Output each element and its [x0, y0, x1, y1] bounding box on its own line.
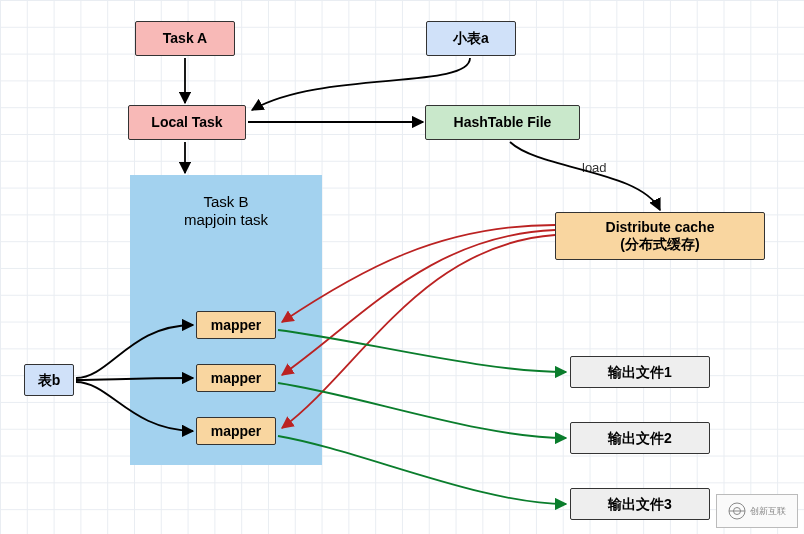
node-output-2: 输出文件2 [570, 422, 710, 454]
edge-label-load: load [582, 160, 607, 175]
task-b-subtitle: mapjoin task [184, 211, 268, 229]
edge-dcache-mapper3 [282, 235, 555, 428]
node-mapper-2: mapper [196, 364, 276, 392]
edge-smallTable-localTask [252, 58, 470, 110]
node-mapper-1: mapper [196, 311, 276, 339]
node-table-b: 表b [24, 364, 74, 396]
edge-dcache-mapper2 [282, 230, 555, 375]
dcache-line2: (分布式缓存) [620, 236, 699, 253]
task-b-title: Task B [203, 193, 248, 211]
node-distribute-cache: Distribute cache (分布式缓存) [555, 212, 765, 260]
node-output-1: 输出文件1 [570, 356, 710, 388]
node-small-table: 小表a [426, 21, 516, 56]
node-local-task: Local Task [128, 105, 246, 140]
node-output-3: 输出文件3 [570, 488, 710, 520]
node-hashtable-file: HashTable File [425, 105, 580, 140]
dcache-line1: Distribute cache [606, 219, 715, 236]
watermark-text: 创新互联 [750, 505, 786, 518]
watermark-icon [728, 502, 746, 520]
edge-dcache-mapper1 [282, 225, 555, 322]
node-task-a: Task A [135, 21, 235, 56]
edge-hashfile-dcache [510, 142, 660, 210]
watermark-logo: 创新互联 [716, 494, 798, 528]
node-mapper-3: mapper [196, 417, 276, 445]
